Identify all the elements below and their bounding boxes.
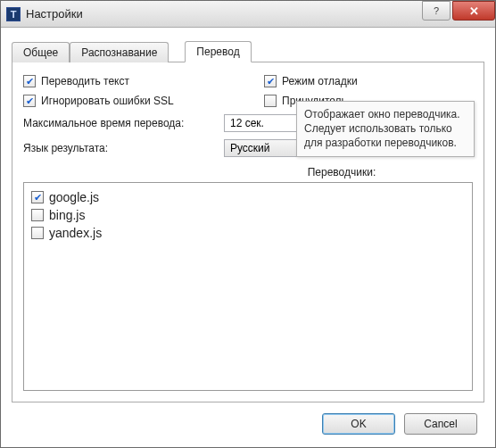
list-item-label: bing.js xyxy=(49,208,85,222)
cancel-button[interactable]: Cancel xyxy=(404,413,477,435)
tab-recognition[interactable]: Распознавание xyxy=(70,42,169,62)
window-title: Настройки xyxy=(26,7,83,21)
checkbox-label: Игнорировать ошибки SSL xyxy=(41,95,174,107)
translators-list[interactable]: ✔ google.js bing.js yandex.js xyxy=(23,182,473,391)
list-item-label: yandex.js xyxy=(49,226,102,240)
list-item-label: google.js xyxy=(49,190,99,204)
dialog-buttons: OK Cancel xyxy=(12,402,484,438)
checkbox-ignore-ssl[interactable]: ✔ Игнорировать ошибки SSL xyxy=(23,95,211,107)
checkbox-debug-mode[interactable]: ✔ Режим отладки xyxy=(264,75,358,87)
list-item[interactable]: bing.js xyxy=(31,206,465,224)
tab-translation[interactable]: Перевод xyxy=(185,41,251,62)
client-area: Общее Распознавание Перевод ✔ Переводить… xyxy=(1,28,495,447)
ok-button[interactable]: OK xyxy=(322,413,395,435)
combo-value: Русский xyxy=(230,142,270,154)
checkbox-label: Режим отладки xyxy=(282,75,358,87)
help-button[interactable] xyxy=(422,1,451,21)
settings-window: T Настройки Общее Распознавание Перевод … xyxy=(0,0,496,448)
check-icon: ✔ xyxy=(31,191,44,203)
check-icon xyxy=(31,227,44,239)
translators-label: Переводчики: xyxy=(211,166,473,178)
tab-strip: Общее Распознавание Перевод xyxy=(12,40,484,62)
checkbox-label: Переводить текст xyxy=(41,75,129,87)
app-icon: T xyxy=(6,7,21,21)
check-icon xyxy=(31,209,44,221)
check-icon: ✔ xyxy=(23,75,36,87)
tab-general[interactable]: Общее xyxy=(12,42,70,62)
titlebar: T Настройки xyxy=(1,1,495,28)
tooltip: Отображает окно переводчика. Следует исп… xyxy=(296,101,475,157)
label-max-time: Максимальное время перевода: xyxy=(23,117,224,129)
close-button[interactable] xyxy=(452,1,495,21)
check-icon: ✔ xyxy=(264,75,277,87)
window-controls xyxy=(422,1,495,21)
list-item[interactable]: yandex.js xyxy=(31,224,465,242)
label-result-lang: Язык результата: xyxy=(23,142,224,154)
check-icon: ✔ xyxy=(23,95,36,107)
check-icon xyxy=(264,95,277,107)
checkbox-translate-text[interactable]: ✔ Переводить текст xyxy=(23,75,211,87)
list-item[interactable]: ✔ google.js xyxy=(31,188,465,206)
